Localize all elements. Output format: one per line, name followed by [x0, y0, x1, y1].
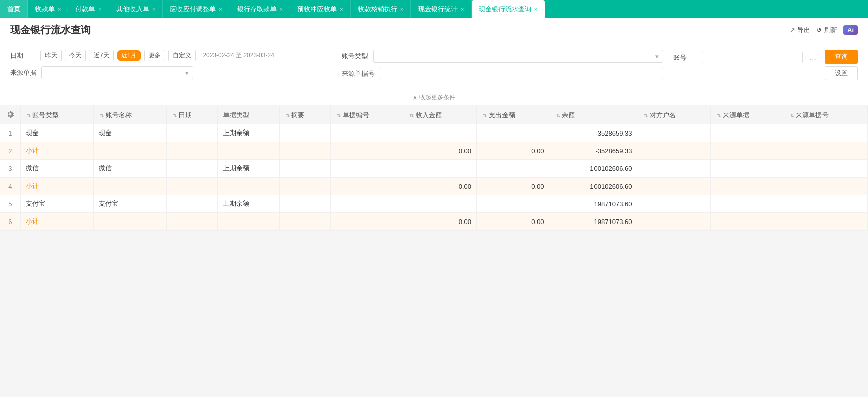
cell-account-name: [94, 142, 167, 160]
tab-close-icon[interactable]: ×: [98, 6, 101, 12]
tab-close-icon[interactable]: ×: [340, 6, 343, 12]
cell-source-doc-no: [784, 142, 867, 160]
cell-summary: [279, 195, 330, 213]
account-input[interactable]: [702, 52, 803, 63]
source-doc-select[interactable]: ▾: [41, 66, 193, 79]
tab-label: 银行存取款单: [237, 5, 277, 14]
date-option-昨天[interactable]: 昨天: [40, 50, 62, 61]
refresh-icon: ↺: [816, 26, 822, 34]
date-option-近7天[interactable]: 近7天: [89, 50, 114, 61]
col-account-type: ⇅ 账号类型: [20, 106, 94, 124]
cell-doc-no: [330, 124, 403, 142]
tab-label: 其他收入单: [116, 5, 149, 14]
cell-source-doc-no: [784, 195, 867, 213]
col-source-doc: ⇅ 来源单据: [711, 106, 784, 124]
settings-button[interactable]: 设置: [825, 66, 858, 80]
filter-row-source-no: 来源单据号: [342, 68, 663, 79]
tab-label: 收款单: [35, 5, 55, 14]
cell-expense: [477, 160, 550, 178]
table-row: 6小计0.000.0019871073.60: [0, 213, 868, 231]
source-doc-no-input[interactable]: [380, 68, 663, 79]
cell-counterparty: [637, 160, 711, 178]
cell-expense: [477, 124, 550, 142]
tab-close-icon[interactable]: ×: [400, 6, 403, 12]
cell-summary: [279, 142, 330, 160]
cell-account-type: 小计: [20, 178, 94, 195]
export-button[interactable]: ↗ 导出: [790, 26, 810, 35]
nav-tab-现金银行流水查询[interactable]: 现金银行流水查询×: [472, 0, 545, 18]
nav-tab-预收冲应收单[interactable]: 预收冲应收单×: [290, 0, 350, 18]
tab-close-icon[interactable]: ×: [461, 6, 464, 12]
tab-close-icon[interactable]: ×: [219, 6, 222, 12]
row-index: 5: [0, 195, 20, 213]
account-type-label: 账号类型: [342, 52, 368, 61]
cell-source-doc: [711, 178, 784, 195]
date-option-近1月[interactable]: 近1月: [117, 50, 142, 61]
tab-close-icon[interactable]: ×: [280, 6, 283, 12]
tab-close-icon[interactable]: ×: [58, 6, 61, 12]
nav-tab-现金银行统计[interactable]: 现金银行统计×: [411, 0, 471, 18]
tab-close-icon[interactable]: ×: [152, 6, 155, 12]
cell-source-doc-no: [784, 124, 867, 142]
cell-account-name: 支付宝: [94, 195, 167, 213]
sort-icon: ⇅: [717, 113, 721, 118]
table-header-row: ⇅ 账号类型 ⇅ 账号名称 ⇅ 日期 单据类型 ⇅ 摘要 ⇅ 单据编号 ⇅ 收入…: [0, 106, 868, 124]
collapse-more-bar[interactable]: ∧ 收起更多条件: [0, 90, 868, 105]
cell-source-doc: [711, 124, 784, 142]
date-option-更多[interactable]: 更多: [144, 50, 165, 61]
collapse-label: 收起更多条件: [419, 93, 455, 102]
cell-doc-type: [217, 178, 279, 195]
account-type-select[interactable]: ▾: [373, 50, 663, 63]
sort-icon: ⇅: [173, 113, 177, 118]
ai-button[interactable]: Ai: [843, 25, 858, 35]
nav-tab-收款单[interactable]: 收款单×: [28, 0, 68, 18]
nav-home[interactable]: 首页: [0, 0, 28, 18]
chevron-up-icon: ∧: [413, 94, 417, 101]
sort-icon: ⇅: [556, 113, 560, 118]
cell-date: [166, 213, 217, 231]
cell-income: [403, 124, 477, 142]
cell-doc-type: 上期余额: [217, 160, 279, 178]
cell-date: [166, 142, 217, 160]
cell-counterparty: [637, 124, 711, 142]
cell-summary: [279, 178, 330, 195]
nav-home-label: 首页: [7, 5, 20, 14]
sort-icon: ⇅: [337, 113, 341, 118]
source-doc-arrow-icon: ▾: [185, 69, 189, 77]
col-doc-no: ⇅ 单据编号: [330, 106, 403, 124]
cell-expense: [477, 195, 550, 213]
data-table: ⇅ 账号类型 ⇅ 账号名称 ⇅ 日期 单据类型 ⇅ 摘要 ⇅ 单据编号 ⇅ 收入…: [0, 106, 868, 231]
cell-income: 0.00: [403, 178, 477, 195]
col-counterparty: ⇅ 对方户名: [637, 106, 711, 124]
query-button[interactable]: 查询: [825, 50, 858, 64]
row-index: 6: [0, 213, 20, 231]
sort-icon: ⇅: [100, 113, 104, 118]
table-settings-icon[interactable]: [5, 110, 15, 120]
table-row: 3微信微信上期余额100102606.60: [0, 160, 868, 178]
nav-tab-银行存取款单[interactable]: 银行存取款单×: [230, 0, 290, 18]
cell-summary: [279, 124, 330, 142]
tab-label: 预收冲应收单: [297, 5, 337, 14]
refresh-button[interactable]: ↺ 刷新: [816, 26, 837, 35]
cell-date: [166, 124, 217, 142]
cell-counterparty: [637, 142, 711, 160]
cell-account-name: [94, 178, 167, 195]
nav-tab-付款单[interactable]: 付款单×: [68, 0, 109, 18]
date-option-自定义[interactable]: 自定义: [168, 50, 196, 61]
tab-close-icon[interactable]: ×: [534, 6, 537, 12]
date-option-今天[interactable]: 今天: [65, 50, 86, 61]
nav-tab-收款核销执行[interactable]: 收款核销执行×: [351, 0, 411, 18]
cell-counterparty: [637, 213, 711, 231]
export-label: 导出: [797, 26, 810, 35]
cell-doc-no: [330, 160, 403, 178]
table-row: 4小计0.000.00100102606.60: [0, 178, 868, 195]
sort-icon: ⇅: [790, 113, 794, 118]
tab-label: 付款单: [75, 5, 95, 14]
filter-area: 日期 昨天今天近7天近1月更多自定义 2023-02-24 至 2023-03-…: [0, 42, 868, 90]
page-title: 现金银行流水查询: [10, 23, 91, 37]
nav-tab-其他收入单[interactable]: 其他收入单×: [109, 0, 163, 18]
account-more-button[interactable]: ...: [806, 53, 820, 62]
cell-date: [166, 178, 217, 195]
nav-tab-应收应付调整单[interactable]: 应收应付调整单×: [163, 0, 230, 18]
table-row: 5支付宝支付宝上期余额19871073.60: [0, 195, 868, 213]
